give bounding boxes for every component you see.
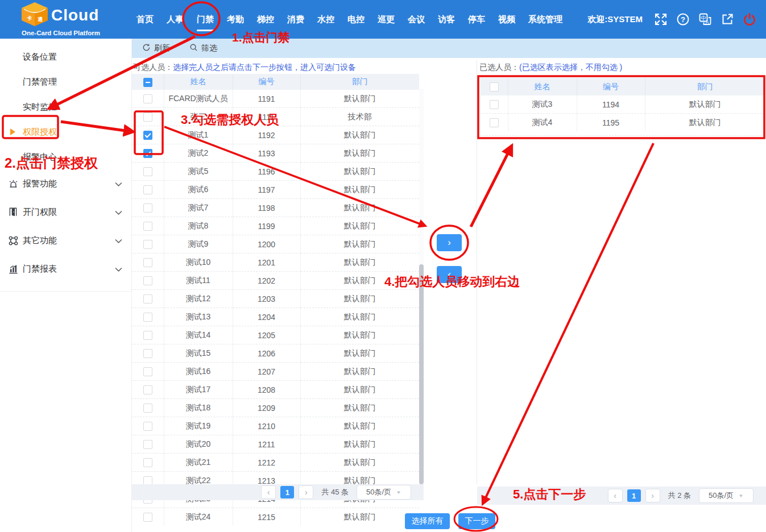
sidebar-item-realtime-monitor[interactable]: 实时监控	[0, 94, 131, 119]
cell-dept: 默认部门	[300, 163, 419, 181]
sidebar-item-device-location[interactable]: 设备位置	[0, 44, 131, 69]
current-page[interactable]: 1	[280, 486, 294, 498]
select-all-checkbox[interactable]	[143, 78, 152, 87]
nav-item-parking[interactable]: 停车	[467, 12, 486, 27]
row-checkbox[interactable]	[143, 294, 152, 304]
row-checkbox[interactable]	[143, 331, 152, 340]
row-checkbox[interactable]	[143, 131, 152, 140]
nav-item-home[interactable]: 首页	[135, 12, 155, 27]
fullscreen-icon[interactable]	[653, 12, 668, 27]
col-dept: 部门	[300, 74, 419, 90]
row-checkbox[interactable]	[143, 94, 152, 103]
row-checkbox[interactable]	[490, 118, 499, 127]
cell-code: 1204	[233, 308, 300, 326]
cell-code: 1191	[233, 90, 300, 108]
prev-page-button[interactable]: ‹	[261, 485, 276, 499]
left-table-scrollbar-thumb[interactable]	[419, 264, 424, 484]
select-all-checkbox[interactable]	[490, 82, 499, 92]
row-checkbox-cell	[481, 95, 508, 114]
nav-item-patrol[interactable]: 巡更	[376, 12, 396, 27]
row-checkbox[interactable]	[143, 203, 152, 213]
nav-item-water[interactable]: 水控	[316, 12, 336, 27]
nav-item-electric[interactable]: 电控	[346, 12, 366, 27]
row-checkbox-cell	[132, 326, 164, 344]
top-navbar: 卡 通 Cloud One-Card Cloud Platform 首页人事门禁…	[0, 0, 766, 39]
table-row: 测试71198默认部门	[132, 199, 419, 217]
row-checkbox-cell	[132, 417, 164, 435]
move-right-button[interactable]: ›	[437, 234, 462, 251]
nav-item-attendance[interactable]: 考勤	[226, 12, 245, 27]
filter-button[interactable]: 筛选	[189, 43, 217, 53]
select-all-button[interactable]: 选择所有	[405, 513, 450, 529]
cell-dept: 默认部门	[300, 144, 419, 163]
row-checkbox[interactable]	[143, 276, 152, 285]
nav-item-video[interactable]: 视频	[497, 12, 516, 27]
nav-item-visitor[interactable]: 访客	[437, 12, 456, 27]
sidebar-item-alarm-func[interactable]: 报警功能	[0, 169, 131, 198]
next-step-button[interactable]: 下一步	[458, 513, 495, 529]
translate-icon[interactable]: 中 A	[698, 12, 713, 27]
row-checkbox[interactable]	[143, 222, 152, 231]
nav-item-elevator[interactable]: 梯控	[256, 12, 275, 27]
sidebar-item-permission-auth[interactable]: 权限授权	[0, 119, 131, 144]
nav-item-access[interactable]: 门禁	[196, 12, 215, 27]
sidebar-item-access-report[interactable]: 门禁报表	[0, 255, 131, 283]
cell-dept: 默认部门	[300, 508, 419, 526]
row-checkbox[interactable]	[143, 349, 152, 358]
cell-code: 1208	[233, 381, 300, 399]
sidebar-menu: 设备位置门禁管理实时监控权限授权报警中心报警功能开门权限其它功能门禁报表	[0, 39, 131, 292]
nav-item-meeting[interactable]: 会议	[407, 12, 426, 27]
row-checkbox[interactable]	[143, 113, 152, 122]
sidebar-item-other-func[interactable]: 其它功能	[0, 226, 131, 255]
row-checkbox[interactable]	[143, 258, 152, 267]
refresh-icon	[142, 43, 151, 53]
row-checkbox[interactable]	[143, 149, 152, 158]
help-icon[interactable]: ?	[676, 12, 690, 27]
current-page[interactable]: 1	[627, 489, 641, 502]
row-checkbox[interactable]	[143, 367, 152, 376]
cell-code: 1212	[233, 454, 300, 472]
cell-dept: 默认部门	[645, 95, 765, 114]
cell-code: 1211	[233, 435, 300, 454]
col-dept: 部门	[645, 78, 765, 95]
row-checkbox[interactable]	[143, 422, 152, 431]
row-checkbox[interactable]	[143, 440, 152, 449]
row-checkbox[interactable]	[143, 185, 152, 194]
page-size-select[interactable]: 50条/页 ▼	[699, 488, 753, 503]
cell-name: 测试8	[164, 217, 233, 235]
power-icon[interactable]	[742, 12, 757, 27]
nav-item-hr[interactable]: 人事	[165, 12, 185, 27]
next-page-button[interactable]: ›	[299, 485, 313, 499]
cell-dept: 默认部门	[645, 114, 765, 132]
prev-page-button[interactable]: ‹	[608, 489, 623, 502]
row-checkbox[interactable]	[143, 404, 152, 413]
sidebar-item-access-manage[interactable]: 门禁管理	[0, 69, 131, 94]
sidebar-item-alarm-center[interactable]: 报警中心	[0, 144, 131, 169]
sidebar-item-label: 设备位置	[23, 52, 57, 63]
next-page-button[interactable]: ›	[645, 489, 660, 502]
row-checkbox[interactable]	[143, 167, 152, 176]
row-checkbox-cell	[132, 435, 164, 454]
panel-divider	[477, 60, 477, 484]
refresh-button[interactable]: 刷新	[142, 43, 170, 53]
row-checkbox[interactable]	[143, 313, 152, 322]
cell-name: FCARD测试人员	[164, 90, 233, 108]
cell-name: 测试18	[164, 399, 233, 417]
nav-item-system[interactable]: 系统管理	[527, 12, 564, 27]
sidebar-item-open-permission[interactable]: 开门权限	[0, 198, 131, 226]
row-checkbox[interactable]	[143, 513, 152, 522]
external-link-icon[interactable]	[720, 12, 735, 27]
row-checkbox[interactable]	[490, 100, 499, 109]
chevron-down-icon	[115, 236, 122, 246]
row-checkbox[interactable]	[143, 240, 152, 249]
cell-name: 测试16	[164, 363, 233, 381]
nav-item-consume[interactable]: 消费	[286, 12, 305, 27]
page-size-select[interactable]: 50条/页 ▼	[357, 485, 411, 500]
table-row: 测试111202默认部门	[132, 272, 419, 290]
report-icon	[7, 263, 19, 275]
row-checkbox[interactable]	[143, 458, 152, 467]
sidebar-item-label: 开门权限	[23, 207, 57, 218]
row-checkbox[interactable]	[143, 385, 152, 394]
cell-name: 测试13	[164, 308, 233, 326]
move-left-button[interactable]: ‹	[437, 266, 462, 283]
